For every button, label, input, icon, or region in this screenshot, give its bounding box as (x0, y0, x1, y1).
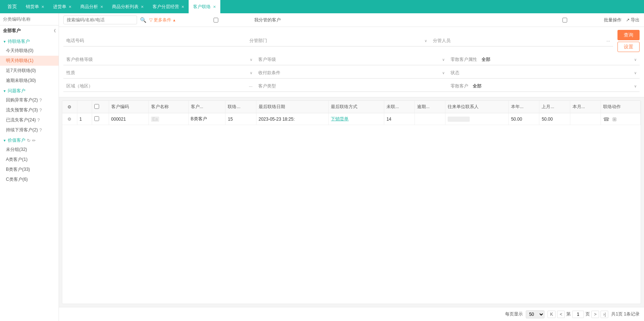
col-overdue[interactable]: 逾期... (415, 101, 445, 113)
row-select-checkbox[interactable] (94, 116, 99, 121)
table-header-row: ⚙ 客户编码 客户名称 客户... 联络... (62, 101, 641, 113)
filter-retail-attr[interactable]: 零散客户属性 全部 ∨ (448, 54, 640, 65)
sidebar-item-overdue-contact[interactable]: 逾期未联络(30) (0, 76, 59, 86)
nav-sales-order-close[interactable]: ✕ (41, 5, 44, 9)
search-input[interactable] (63, 15, 137, 24)
action-icon-2[interactable]: ⊞ (612, 116, 617, 122)
row-gear[interactable]: ⚙ (62, 113, 77, 125)
export-icon: ↗ (626, 17, 630, 23)
col-last-month[interactable]: 上月... (539, 101, 570, 113)
page-size-select[interactable]: 50 10 20 100 (526, 310, 545, 318)
filter-gender[interactable]: 性质 ∨ (63, 68, 255, 79)
row-cust-code[interactable]: 000021 (109, 113, 148, 125)
row-checkbox[interactable] (92, 113, 109, 125)
nav-customer-contact-close[interactable]: ✕ (213, 5, 216, 9)
cust-name-blurred: Ea (151, 117, 160, 122)
nav-product-analysis-close[interactable]: ✕ (100, 5, 103, 9)
col-gear[interactable]: ⚙ (62, 101, 77, 113)
last-contact-way-link[interactable]: 下销货单 (331, 116, 349, 121)
col-this-month[interactable]: 本月... (570, 101, 601, 113)
edit-icon[interactable]: ✏ (32, 138, 36, 143)
filter-price-level[interactable]: 客户价格等级 ∨ (63, 54, 255, 65)
col-contact-action[interactable]: 联络动作 (601, 101, 640, 113)
sidebar-group-problem-customers[interactable]: 问题客户 (0, 86, 59, 95)
sidebar-item-class-b[interactable]: B类客户(33) (0, 165, 59, 175)
sidebar-search-input[interactable] (3, 17, 58, 22)
sidebar-item-churn-warning[interactable]: 流失预警客户(3) ? (0, 105, 59, 115)
batch-checkbox[interactable] (528, 18, 602, 23)
sidebar-item-declining[interactable]: 持续下滑客户(2) ? (0, 125, 59, 135)
sidebar-item-churned[interactable]: 已流失客户(24) ? (0, 115, 59, 125)
col-cust-name[interactable]: 客户名称 (148, 101, 188, 113)
retail-attr-dropdown-icon: ∨ (634, 58, 637, 62)
next-page-btn[interactable]: > (591, 311, 599, 318)
status-dropdown-icon: ∨ (634, 71, 637, 75)
col-no-contact[interactable]: 未联... (384, 101, 414, 113)
my-customers-checkbox-wrap[interactable]: 我分管的客户 (179, 17, 281, 23)
col-cust-code[interactable]: 客户编码 (109, 101, 148, 113)
action-icon-1[interactable]: ☎ (603, 116, 609, 122)
col-cust-type[interactable]: 客户... (188, 101, 225, 113)
sidebar-group-pending-contact[interactable]: 待联络客户 (0, 36, 59, 46)
query-button[interactable]: 查询 (617, 30, 640, 40)
row-contact: 15 (225, 113, 256, 125)
my-customers-checkbox[interactable] (179, 18, 253, 23)
sidebar-all-customers[interactable]: 全部客户 《 (0, 25, 59, 36)
nav-customer-segmentation-close[interactable]: ✕ (181, 5, 184, 9)
filter-dept[interactable]: 分管部门 ∨ (246, 35, 430, 46)
nav-customer-contact[interactable]: 客户联络 ✕ (189, 0, 220, 13)
col-last-contact-date[interactable]: 最后联络日期 (256, 101, 329, 113)
prev-page-btn[interactable]: < (557, 311, 565, 318)
sidebar-item-tomorrow-contact[interactable]: 明天待联络(1) (0, 56, 59, 66)
sidebar-item-ungrouped[interactable]: 未分组(32) (0, 145, 59, 155)
sidebar-item-class-a[interactable]: A类客户(1) (0, 155, 59, 165)
page-label: 第 (566, 311, 571, 317)
filter-retail-cust[interactable]: 零散客户 全部 ∨ (448, 81, 640, 92)
filter-cust-level[interactable]: 客户等级 ∨ (255, 54, 447, 65)
col-checkbox-header[interactable] (92, 101, 109, 113)
data-table-wrap: ⚙ 客户编码 客户名称 客户... 联络... (62, 100, 641, 304)
col-last-contact-way[interactable]: 最后联络方式 (329, 101, 384, 113)
filter-status[interactable]: 状态 ∨ (448, 68, 640, 79)
nav-purchase-order-close[interactable]: ✕ (69, 5, 71, 9)
nav-product-analysis-list[interactable]: 商品分析列表 ✕ (108, 0, 148, 13)
sidebar-item-class-c[interactable]: C类客户(6) (0, 175, 59, 184)
col-contact[interactable]: 联络... (225, 101, 256, 113)
row-no-contact: 14 (384, 113, 414, 125)
sidebar-group-value-customers[interactable]: 价值客户 ↻ ✏ (0, 135, 59, 145)
nav-product-analysis-list-close[interactable]: ✕ (141, 5, 144, 9)
nav-customer-segmentation[interactable]: 客户分层经营 ✕ (148, 0, 189, 13)
row-last-contact-way[interactable]: 下销货单 (329, 113, 384, 125)
filter-region[interactable]: 区域（地区） ··· (63, 81, 255, 92)
sidebar-item-today-contact[interactable]: 今天待联络(0) (0, 46, 59, 56)
nav-purchase-order[interactable]: 进货单 ✕ (49, 0, 76, 13)
filter-row-2: 客户价格等级 ∨ 客户等级 ∨ 零散客户属性 全部 ∨ (63, 54, 640, 65)
row-this-month (570, 113, 601, 125)
batch-op-button[interactable]: 批量操作 (528, 17, 622, 23)
sidebar-item-abnormal-repurchase[interactable]: 回购异常客户(2) ? (0, 95, 59, 105)
select-all-checkbox[interactable] (94, 104, 99, 109)
nav-sales-order[interactable]: 销货单 ✕ (21, 0, 49, 13)
sidebar-search-area: 🔍 (0, 13, 59, 25)
filter-person[interactable]: 分管人员 ··· (430, 35, 613, 46)
last-page-btn[interactable]: ›| (601, 311, 608, 318)
export-button[interactable]: ↗ 导出 (626, 17, 640, 23)
current-page-input[interactable] (572, 311, 584, 318)
nav-home[interactable]: 首页 (3, 0, 21, 13)
refresh-icon[interactable]: ↻ (27, 138, 31, 143)
first-page-btn[interactable]: K (547, 311, 556, 318)
nav-product-analysis[interactable]: 商品分析 ✕ (76, 0, 108, 13)
settings-button[interactable]: 设置 (617, 42, 640, 52)
more-conditions-button[interactable]: ▽ 更多条件 ▲ (149, 17, 176, 23)
filter-phone[interactable]: 电话号码 (63, 35, 246, 46)
search-button[interactable]: 🔍 (140, 17, 146, 23)
row-unit-contact (445, 113, 509, 125)
total-info: 共1页 1条记录 (611, 311, 640, 317)
filter-cust-type[interactable]: 客户类型 (255, 81, 447, 92)
col-unit-contact[interactable]: 往来单位联系人 (445, 101, 509, 113)
sidebar-item-week-contact[interactable]: 近7天待联络(0) (0, 66, 59, 76)
filter-payment[interactable]: 收付款条件 ∨ (255, 68, 447, 79)
col-this-year[interactable]: 本年... (509, 101, 539, 113)
row-last-contact-date: 2023-05-23 18:25: (256, 113, 329, 125)
row-cust-name[interactable]: Ea (148, 113, 188, 125)
